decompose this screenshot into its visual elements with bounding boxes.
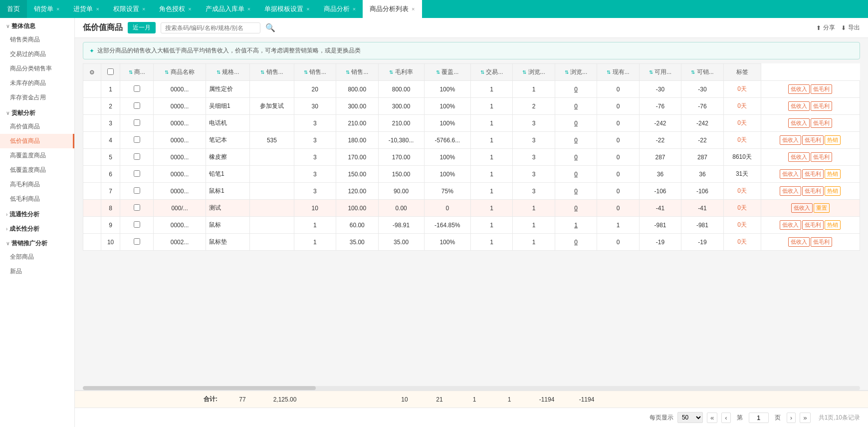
th-sellable[interactable]: ⇅ 可销... — [681, 64, 723, 81]
nav-product-analysis[interactable]: 商品分析 × — [317, 0, 363, 18]
sidebar-item-high-margin[interactable]: 高毛利商品 — [0, 177, 74, 192]
last-page-button[interactable]: » — [800, 413, 810, 423]
close-icon[interactable]: × — [353, 0, 356, 18]
sidebar-item-high-coverage[interactable]: 高覆盖度商品 — [0, 148, 74, 163]
next-page-button[interactable]: › — [787, 413, 796, 423]
sidebar-item-category-sales-rate[interactable]: 商品分类销售率 — [0, 61, 74, 76]
td-checkbox[interactable] — [120, 115, 154, 132]
select-all-checkbox[interactable] — [107, 68, 114, 75]
row-checkbox[interactable] — [134, 204, 140, 211]
sidebar-group-general[interactable]: ∨ 整体信息 — [0, 18, 74, 32]
th-name[interactable]: ⇅ 商品名称 — [154, 64, 206, 81]
td-checkbox[interactable] — [120, 98, 154, 115]
th-code[interactable]: ⇅ 商... — [120, 64, 154, 81]
th-settings[interactable]: ⚙ — [83, 64, 101, 81]
row-checkbox[interactable] — [134, 153, 140, 160]
td-checkbox[interactable] — [120, 217, 154, 234]
row-checkbox[interactable] — [134, 238, 140, 245]
row-checkbox[interactable] — [134, 85, 140, 92]
sidebar-item-stock-funds[interactable]: 库存资金占用 — [0, 90, 74, 105]
th-current-stock[interactable]: ⇅ 现有... — [597, 64, 639, 81]
th-browse1[interactable]: ⇅ 浏览... — [513, 64, 555, 81]
row-checkbox[interactable] — [134, 221, 140, 228]
td-browse1[interactable]: 1 — [555, 217, 597, 234]
td-browse1[interactable]: 0 — [555, 183, 597, 200]
collapse-icon[interactable]: ∨ — [6, 23, 9, 29]
sidebar-group-contribution[interactable]: ∨ 贡献分析 — [0, 105, 74, 119]
close-icon[interactable]: × — [306, 0, 309, 18]
close-icon[interactable]: × — [412, 0, 415, 18]
td-browse1[interactable]: 0 — [555, 115, 597, 132]
sidebar-item-low-coverage[interactable]: 低覆盖度商品 — [0, 163, 74, 177]
th-browse2[interactable]: ⇅ 浏览... — [555, 64, 597, 81]
nav-purchase-order[interactable]: 进货单 × — [66, 0, 106, 18]
td-browse1[interactable]: 0 — [555, 200, 597, 217]
td-checkbox[interactable] — [120, 81, 154, 98]
td-checkbox[interactable] — [120, 166, 154, 183]
close-icon[interactable]: × — [188, 0, 191, 18]
first-page-button[interactable]: « — [707, 413, 717, 423]
collapse-icon[interactable]: ∨ — [6, 110, 9, 116]
th-available[interactable]: ⇅ 可用... — [639, 64, 681, 81]
nav-home[interactable]: 首页 — [0, 0, 27, 18]
row-checkbox[interactable] — [134, 187, 140, 194]
td-checkbox[interactable] — [120, 200, 154, 217]
sidebar-item-high-value[interactable]: 高价值商品 — [0, 119, 74, 134]
nav-template-settings[interactable]: 单据模板设置 × — [257, 0, 316, 18]
th-margin[interactable]: ⇅ 毛利率 — [378, 64, 424, 81]
sidebar-group-marketing[interactable]: ∨ 营销推广分析 — [0, 235, 74, 250]
per-page-select[interactable]: 50 100 — [677, 412, 703, 423]
th-checkbox[interactable] — [101, 64, 120, 81]
close-icon[interactable]: × — [96, 0, 99, 18]
th-sales-qty[interactable]: ⇅ 销售... — [250, 64, 294, 81]
filter-period-button[interactable]: 近一月 — [128, 22, 156, 33]
sidebar-group-growth[interactable]: › 成长性分析 — [0, 221, 74, 235]
sidebar-item-low-value[interactable]: 低价值商品 — [0, 134, 74, 148]
td-checkbox[interactable] — [120, 183, 154, 200]
th-spec[interactable]: ⇅ 规格... — [206, 64, 249, 81]
sidebar-group-liquidity[interactable]: › 流通性分析 — [0, 206, 74, 221]
page-number-input[interactable] — [749, 413, 769, 423]
sidebar-item-new-goods[interactable]: 新品 — [0, 264, 74, 279]
search-input[interactable] — [161, 22, 260, 33]
row-checkbox[interactable] — [134, 102, 140, 109]
th-trade[interactable]: ⇅ 交易... — [470, 64, 512, 81]
search-icon[interactable]: 🔍 — [265, 23, 275, 32]
td-checkbox[interactable] — [120, 149, 154, 166]
td-browse1[interactable]: 0 — [555, 149, 597, 166]
row-checkbox[interactable] — [134, 136, 140, 143]
sidebar-item-low-margin[interactable]: 低毛利商品 — [0, 192, 74, 206]
th-sales-amt[interactable]: ⇅ 销售... — [294, 64, 336, 81]
nav-role-auth[interactable]: 角色授权 × — [152, 0, 198, 18]
nav-permissions[interactable]: 权限设置 × — [106, 0, 152, 18]
td-checkbox[interactable] — [120, 234, 154, 251]
sidebar-item-all-goods[interactable]: 全部商品 — [0, 250, 74, 264]
close-icon[interactable]: × — [56, 0, 59, 18]
expand-icon[interactable]: › — [6, 226, 7, 232]
expand-icon[interactable]: › — [6, 212, 7, 217]
nav-product-inbound[interactable]: 产成品入库单 × — [199, 0, 257, 18]
sidebar-item-sales-goods[interactable]: 销售类商品 — [0, 32, 74, 47]
td-browse1[interactable]: 0 — [555, 81, 597, 98]
td-browse1[interactable]: 0 — [555, 166, 597, 183]
export-button[interactable]: ⬇ 导出 — [841, 23, 860, 32]
th-tags[interactable]: 标签 — [723, 64, 761, 81]
td-browse1[interactable]: 0 — [555, 234, 597, 251]
td-checkbox[interactable] — [120, 132, 154, 149]
nav-product-analysis-list[interactable]: 商品分析列表 × — [363, 0, 422, 18]
td-browse1[interactable]: 0 — [555, 98, 597, 115]
td-browse1[interactable]: 0 — [555, 132, 597, 149]
prev-page-button[interactable]: ‹ — [721, 413, 730, 423]
sidebar-item-no-stock-goods[interactable]: 未库存的商品 — [0, 76, 74, 90]
collapse-icon[interactable]: ∨ — [6, 241, 9, 246]
close-icon[interactable]: × — [142, 0, 145, 18]
nav-sales-order[interactable]: 销货单 × — [27, 0, 66, 18]
share-button[interactable]: ⬆ 分享 — [816, 23, 835, 32]
row-checkbox[interactable] — [134, 170, 140, 177]
close-icon[interactable]: × — [247, 0, 250, 18]
sidebar-item-traded-goods[interactable]: 交易过的商品 — [0, 47, 74, 61]
td-settings — [83, 183, 101, 200]
row-checkbox[interactable] — [134, 119, 140, 126]
th-coverage[interactable]: ⇅ 覆盖... — [424, 64, 470, 81]
th-sales-cost[interactable]: ⇅ 销售... — [336, 64, 378, 81]
